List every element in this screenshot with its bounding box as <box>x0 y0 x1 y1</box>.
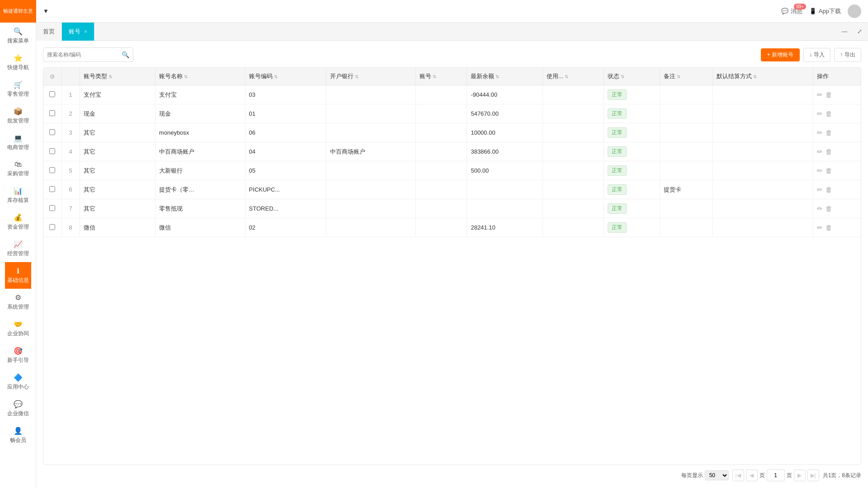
row-checkbox-0[interactable] <box>49 91 55 97</box>
edit-button-2[interactable]: ✏ <box>817 129 823 137</box>
sidebar-item-11[interactable]: 🤝 企业协同 <box>5 315 31 342</box>
row-remark-3 <box>660 142 712 161</box>
col-name[interactable]: 账号名称⇅ <box>155 68 245 85</box>
row-check-2[interactable] <box>43 123 61 142</box>
tab-account[interactable]: 账号 × <box>62 23 94 41</box>
page-of-label: 页 <box>787 472 792 479</box>
export-button[interactable]: ↑ 导出 <box>834 48 861 62</box>
sort-bank-icon: ⇅ <box>355 74 359 79</box>
header-dropdown[interactable]: ▼ <box>43 8 49 14</box>
delete-button-7[interactable]: 🗑 <box>826 224 832 231</box>
edit-button-7[interactable]: ✏ <box>817 224 823 232</box>
row-type-6: 其它 <box>80 199 155 218</box>
settings-icon[interactable]: ⚙ <box>50 73 55 80</box>
row-check-6[interactable] <box>43 199 61 218</box>
row-check-4[interactable] <box>43 161 61 180</box>
sidebar-item-14[interactable]: 💬 企业微信 <box>5 395 31 422</box>
col-type[interactable]: 账号类型⇅ <box>80 68 155 85</box>
row-bank-5 <box>326 180 416 199</box>
delete-button-5[interactable]: 🗑 <box>826 186 832 193</box>
row-checkbox-3[interactable] <box>49 148 55 154</box>
action-btns-5: ✏ 🗑 <box>817 186 857 194</box>
row-checkbox-4[interactable] <box>49 167 55 173</box>
sidebar-item-2[interactable]: 🛒 零售管理 <box>5 76 31 103</box>
sidebar-item-8[interactable]: 📈 经营管理 <box>5 235 31 262</box>
edit-button-4[interactable]: ✏ <box>817 167 823 175</box>
col-account[interactable]: 账号⇅ <box>416 68 467 85</box>
col-usage[interactable]: 使用...⇅ <box>542 68 604 85</box>
row-account-7 <box>416 218 467 237</box>
prev-page-button[interactable]: ◀ <box>746 469 758 481</box>
row-status-4: 正常 <box>604 161 660 180</box>
row-balance-1: 547670.00 <box>467 104 542 123</box>
sidebar-item-10[interactable]: ⚙ 系统管理 <box>5 289 31 315</box>
sidebar-item-0[interactable]: 🔍 搜索菜单 <box>5 23 31 49</box>
sidebar-icon-7: 💰 <box>14 213 23 222</box>
col-default-payment[interactable]: 默认结算方式⇅ <box>713 68 813 85</box>
action-btns-4: ✏ 🗑 <box>817 167 857 175</box>
row-checkbox-2[interactable] <box>49 129 55 135</box>
col-balance[interactable]: 最新余额⇅ <box>467 68 542 85</box>
edit-button-6[interactable]: ✏ <box>817 205 823 213</box>
row-name-3: 中百商场账户 <box>155 142 245 161</box>
sidebar-item-4[interactable]: 💻 电商管理 <box>5 129 31 156</box>
tab-home[interactable]: 首页 <box>36 23 62 41</box>
edit-button-5[interactable]: ✏ <box>817 186 823 194</box>
sidebar-item-15[interactable]: 👤 畅会员 <box>5 422 31 449</box>
add-account-button[interactable]: + 新增账号 <box>761 48 800 61</box>
row-checkbox-5[interactable] <box>49 186 55 192</box>
row-status-0: 正常 <box>604 85 660 104</box>
delete-button-0[interactable]: 🗑 <box>826 91 832 99</box>
delete-button-4[interactable]: 🗑 <box>826 167 832 174</box>
row-checkbox-6[interactable] <box>49 205 55 211</box>
search-input[interactable] <box>47 52 122 58</box>
row-remark-7 <box>660 218 712 237</box>
page-input[interactable] <box>767 469 785 481</box>
col-status[interactable]: 状态⇅ <box>604 68 660 85</box>
sidebar-item-3[interactable]: 📦 批发管理 <box>5 103 31 129</box>
edit-button-3[interactable]: ✏ <box>817 148 823 156</box>
row-index-0: 1 <box>61 85 80 104</box>
edit-button-1[interactable]: ✏ <box>817 110 823 118</box>
app-download-button[interactable]: 📱 App下载 <box>809 7 841 15</box>
sidebar-item-5[interactable]: 🛍 采购管理 <box>5 156 31 182</box>
sidebar-item-12[interactable]: 🎯 新手引导 <box>5 342 31 369</box>
tab-minimize-button[interactable]: — <box>838 25 851 38</box>
delete-button-6[interactable]: 🗑 <box>826 205 832 212</box>
sidebar-item-9[interactable]: ℹ 基础信息 <box>5 262 31 289</box>
col-code[interactable]: 账号编码⇅ <box>245 68 326 85</box>
sidebar-item-13[interactable]: 🔷 应用中心 <box>5 369 31 395</box>
user-avatar[interactable] <box>848 5 861 18</box>
tab-close-icon[interactable]: × <box>84 28 87 35</box>
row-check-5[interactable] <box>43 180 61 199</box>
row-code-0: 03 <box>245 85 326 104</box>
search-icon[interactable]: 🔍 <box>122 51 129 58</box>
row-checkbox-1[interactable] <box>49 110 55 116</box>
row-usage-7 <box>542 218 604 237</box>
col-remark[interactable]: 备注⇅ <box>660 68 712 85</box>
col-bank[interactable]: 开户银行⇅ <box>326 68 416 85</box>
edit-button-0[interactable]: ✏ <box>817 91 823 99</box>
row-check-1[interactable] <box>43 104 61 123</box>
last-page-button[interactable]: ▶| <box>807 469 819 481</box>
next-page-button[interactable]: ▶ <box>794 469 806 481</box>
first-page-button[interactable]: |◀ <box>732 469 744 481</box>
col-settings[interactable]: ⚙ <box>43 68 61 85</box>
tab-maximize-button[interactable]: ⤢ <box>853 25 866 38</box>
row-checkbox-7[interactable] <box>49 224 55 230</box>
status-badge-5: 正常 <box>608 184 627 195</box>
row-check-0[interactable] <box>43 85 61 104</box>
row-check-7[interactable] <box>43 218 61 237</box>
row-name-7: 微信 <box>155 218 245 237</box>
sidebar-item-1[interactable]: ⭐ 快捷导航 <box>5 49 31 76</box>
sidebar-item-6[interactable]: 📊 库存核算 <box>5 182 31 209</box>
per-page-select[interactable]: 50 20 100 <box>705 470 729 480</box>
row-check-3[interactable] <box>43 142 61 161</box>
delete-button-1[interactable]: 🗑 <box>826 110 832 117</box>
delete-button-2[interactable]: 🗑 <box>826 129 832 136</box>
message-button[interactable]: 💬 消息 99+ <box>781 7 802 15</box>
delete-button-3[interactable]: 🗑 <box>826 148 832 155</box>
sort-name-icon: ⇅ <box>184 74 188 79</box>
sidebar-item-7[interactable]: 💰 资金管理 <box>5 209 31 235</box>
import-button[interactable]: ↓ 导入 <box>803 48 830 62</box>
